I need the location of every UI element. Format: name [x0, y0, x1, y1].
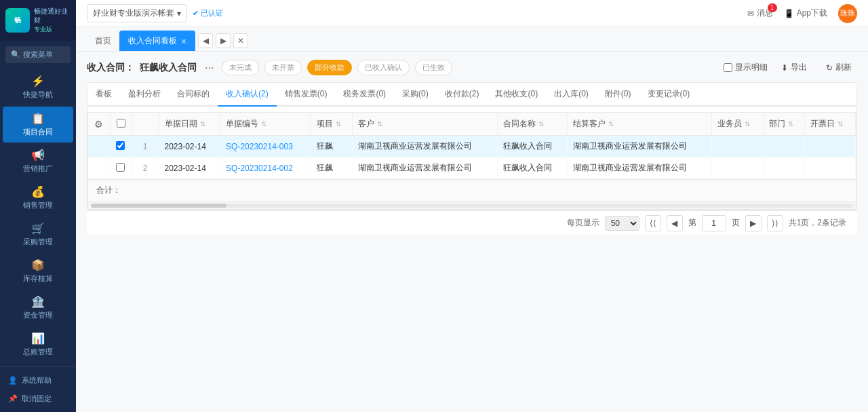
sidebar-item-inventory[interactable]: 📦 库存核算	[3, 253, 73, 289]
checkbox-col-header[interactable]	[110, 113, 132, 136]
row1-checkbox[interactable]	[110, 136, 132, 157]
tab-close-button[interactable]: ✕	[233, 33, 248, 48]
tab-tax-invoice[interactable]: 税务发票(0)	[335, 83, 394, 107]
status-uninvoiced[interactable]: 未开票	[264, 60, 302, 75]
sidebar-item-finance[interactable]: 🏦 资金管理	[3, 290, 73, 326]
row2-contract: 狂飙收入合同	[497, 157, 567, 179]
status-effective[interactable]: 已生效	[415, 60, 452, 75]
select-all-checkbox[interactable]	[117, 119, 125, 128]
salesperson-sort-icon: ⇅	[745, 120, 750, 128]
search-menu-button[interactable]: 🔍 搜索菜单	[5, 46, 71, 63]
settings-col-header[interactable]: ⚙	[88, 113, 110, 136]
quick-nav-icon: ⚡	[31, 75, 45, 88]
date-sort-icon: ⇅	[200, 120, 205, 128]
last-page-button[interactable]: ⟩⟩	[767, 215, 783, 231]
settlement-col-header[interactable]: 结算客户 ⇅	[567, 113, 712, 136]
sidebar-item-quick-nav[interactable]: ⚡ 快捷导航	[3, 69, 73, 105]
tab-next-button[interactable]: ▶	[216, 33, 231, 48]
notification-badge: 1	[768, 3, 777, 12]
status-partial[interactable]: 部分收款	[307, 60, 352, 75]
row2-seq: 2	[132, 157, 159, 179]
tab-sales-invoice[interactable]: 销售发票(0)	[277, 83, 336, 107]
settings-icon[interactable]: ⚙	[94, 119, 103, 130]
row2-checkbox[interactable]	[110, 157, 132, 179]
sidebar-item-sales[interactable]: 💰 销售管理	[3, 180, 73, 216]
finance-icon: 🏦	[31, 295, 45, 308]
row1-number[interactable]: SQ-20230214-003	[220, 136, 311, 157]
sidebar-bottom-user[interactable]: 👤 系统帮助	[3, 371, 73, 390]
first-page-button[interactable]: ⟨⟨	[645, 215, 661, 231]
tab-change-log[interactable]: 变更记录(0)	[639, 83, 698, 107]
app-download-button[interactable]: 📱 App下载	[784, 7, 827, 19]
tab-nav-controls: ◀ ▶ ✕	[198, 33, 248, 51]
sidebar-item-purchase[interactable]: 🛒 采购管理	[3, 217, 73, 252]
tab-other-income[interactable]: 其他收支(0)	[487, 83, 546, 107]
marketing-icon: 📢	[31, 149, 45, 162]
invoice-date-col-header[interactable]: 开票日 ⇅	[804, 113, 855, 136]
more-options-button[interactable]: ···	[202, 62, 216, 74]
topbar-left: 好业财专业版演示帐套 ▾ ✔ 已认证	[87, 4, 223, 22]
sidebar-pin-button[interactable]: 📌 取消固定	[3, 390, 73, 408]
tab-home[interactable]: 首页	[87, 31, 119, 51]
page-number-input[interactable]: 1	[702, 215, 726, 231]
customer-sort-icon: ⇅	[377, 120, 382, 128]
horizontal-scrollbar[interactable]	[88, 201, 856, 209]
export-button[interactable]: ⬇ 导出	[776, 60, 812, 75]
logo-text: 畅捷通好业财 专业版	[34, 7, 71, 34]
row2-customer: 湖南卫视商业运营发展有限公司	[353, 157, 498, 179]
tab-revenue-confirm[interactable]: 收入确认(2)	[218, 83, 277, 107]
table-header-row: ⚙ 单据日期 ⇅	[88, 113, 856, 136]
department-col-header[interactable]: 部门 ⇅	[763, 113, 804, 136]
tab-prev-button[interactable]: ◀	[198, 33, 213, 48]
per-page-select[interactable]: 50 20 100 200	[605, 216, 639, 231]
tab-payment[interactable]: 收付款(2)	[437, 83, 488, 107]
row1-settlement: 湖南卫视商业运营发展有限公司	[567, 136, 712, 157]
main-area: 好业财专业版演示帐套 ▾ ✔ 已认证 ✉ 消息 1 📱 App下载 珠珠	[76, 0, 868, 412]
scrollbar-thumb[interactable]	[91, 204, 226, 208]
show-detail-label[interactable]: 显示明细	[724, 62, 768, 73]
row2-number[interactable]: SQ-20230214-002	[220, 157, 311, 179]
message-button[interactable]: ✉ 消息 1	[747, 7, 773, 19]
table-row[interactable]: 1 2023-02-14 SQ-20230214-003 狂飙 湖南卫视商业运营…	[88, 136, 856, 157]
table-row[interactable]: 2 2023-02-14 SQ-20230214-002 狂飙 湖南卫视商业运营…	[88, 157, 856, 179]
sales-icon: 💰	[31, 185, 45, 198]
company-selector[interactable]: 好业财专业版演示帐套 ▾	[87, 4, 187, 22]
tab-active-contract[interactable]: 收入合同看板 ×	[119, 31, 195, 51]
status-incomplete[interactable]: 未完成	[222, 60, 259, 75]
row1-settings	[88, 136, 110, 157]
refresh-button[interactable]: ↻ 刷新	[821, 60, 857, 75]
inventory-icon: 📦	[31, 259, 45, 271]
number-col-header[interactable]: 单据编号 ⇅	[220, 113, 311, 136]
project-col-header[interactable]: 项目 ⇅	[311, 113, 352, 136]
tab-kanban[interactable]: 看板	[87, 83, 120, 107]
row2-settings	[88, 157, 110, 179]
topbar: 好业财专业版演示帐套 ▾ ✔ 已认证 ✉ 消息 1 📱 App下载 珠珠	[76, 0, 868, 27]
ledger-icon: 📊	[31, 332, 45, 345]
pagination: 每页显示 50 20 100 200 ⟨⟨ ◀ 第 1 页 ▶ ⟩⟩ 共1页，2…	[87, 210, 857, 235]
prev-page-button[interactable]: ◀	[667, 215, 683, 231]
sidebar-item-project-contract[interactable]: 📋 项目合同	[3, 107, 73, 143]
tab-bar: 首页 收入合同看板 × ◀ ▶ ✕	[76, 27, 868, 52]
sidebar-item-marketing[interactable]: 📢 营销推广	[3, 143, 73, 179]
sidebar-item-ledger[interactable]: 📊 总账管理	[3, 326, 73, 362]
contract-col-header[interactable]: 合同名称 ⇅	[497, 113, 567, 136]
row2-date: 2023-02-14	[159, 157, 220, 179]
tab-close-icon[interactable]: ×	[181, 37, 186, 46]
tab-purchase[interactable]: 采购(0)	[394, 83, 437, 107]
tab-warehouse[interactable]: 出入库(0)	[546, 83, 597, 107]
date-col-header[interactable]: 单据日期 ⇅	[159, 113, 220, 136]
invoice-date-sort-icon: ⇅	[837, 120, 843, 128]
user-avatar[interactable]: 珠珠	[838, 4, 857, 23]
tab-attachment[interactable]: 附件(0)	[597, 83, 639, 107]
show-detail-checkbox[interactable]	[724, 63, 732, 72]
salesperson-col-header[interactable]: 业务员 ⇅	[712, 113, 763, 136]
contract-label: 收入合同：	[87, 62, 134, 74]
customer-col-header[interactable]: 客户 ⇅	[353, 113, 498, 136]
table-scroll-area[interactable]: ⚙ 单据日期 ⇅	[88, 113, 856, 179]
contract-header-actions: 显示明细 ⬇ 导出 ↻ 刷新	[724, 60, 857, 75]
tab-contract-items[interactable]: 合同标的	[169, 83, 218, 107]
next-page-button[interactable]: ▶	[745, 215, 762, 231]
tab-profit[interactable]: 盈利分析	[120, 83, 169, 107]
status-confirmed[interactable]: 已收入确认	[357, 60, 410, 75]
message-icon: ✉	[747, 9, 754, 18]
